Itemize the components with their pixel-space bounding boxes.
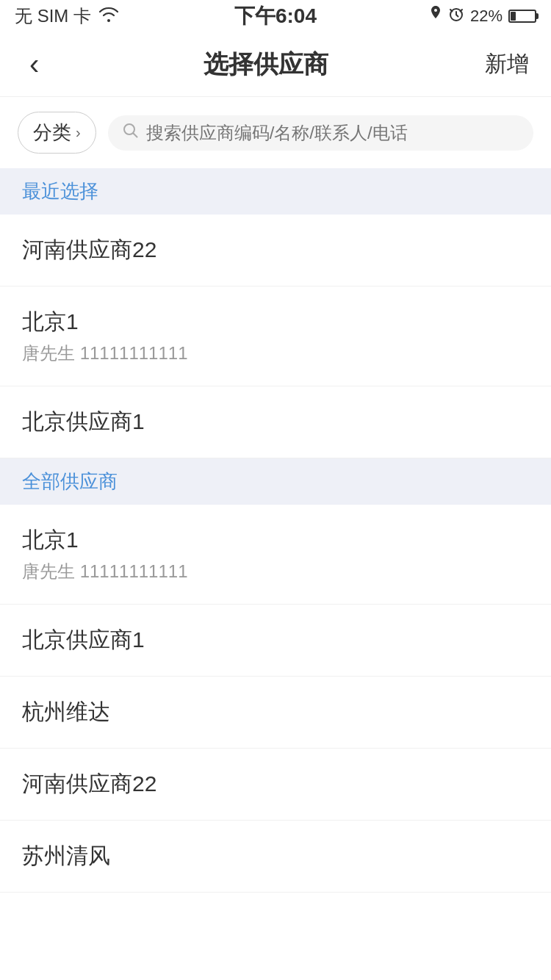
battery-icon — [508, 10, 536, 23]
back-button[interactable]: ‹ — [22, 40, 46, 88]
item-sub: 唐先生 11111111111 — [22, 342, 529, 365]
page-title: 选择供应商 — [204, 48, 328, 82]
alarm-icon — [448, 6, 464, 26]
all-items-list: 北京1唐先生 11111111111北京供应商1杭州维达河南供应商22苏州清风 — [0, 505, 551, 893]
item-name: 北京1 — [22, 307, 529, 337]
status-bar: 无 SIM 卡 下午6:04 22% — [0, 0, 551, 32]
list-item[interactable]: 北京供应商1 — [0, 386, 551, 458]
location-icon — [429, 6, 442, 26]
item-name: 河南供应商22 — [22, 235, 529, 265]
status-time: 下午6:04 — [234, 2, 317, 30]
recent-items-list: 河南供应商22北京1唐先生 11111111111北京供应商1 — [0, 215, 551, 458]
item-name: 北京供应商1 — [22, 625, 529, 655]
status-right: 22% — [429, 6, 536, 26]
list-item[interactable]: 北京1唐先生 11111111111 — [0, 287, 551, 386]
recent-section-label: 最近选择 — [22, 180, 98, 202]
all-section-header: 全部供应商 — [0, 458, 551, 505]
item-name: 苏州清风 — [22, 841, 529, 871]
all-section-label: 全部供应商 — [22, 470, 118, 492]
list-item[interactable]: 苏州清风 — [0, 821, 551, 893]
add-button[interactable]: 新增 — [485, 49, 529, 79]
search-icon — [123, 123, 139, 143]
chevron-right-icon: › — [76, 124, 81, 141]
list-item[interactable]: 北京供应商1 — [0, 605, 551, 677]
search-input[interactable] — [146, 123, 519, 143]
item-name: 北京1 — [22, 525, 529, 555]
sim-text: 无 SIM 卡 — [15, 4, 91, 28]
search-box — [108, 115, 533, 151]
battery-text: 22% — [470, 7, 503, 26]
item-name: 河南供应商22 — [22, 769, 529, 799]
nav-bar: ‹ 选择供应商 新增 — [0, 32, 551, 97]
list-item[interactable]: 杭州维达 — [0, 677, 551, 749]
category-button[interactable]: 分类 › — [18, 112, 96, 154]
list-item[interactable]: 河南供应商22 — [0, 215, 551, 287]
list-item[interactable]: 北京1唐先生 11111111111 — [0, 505, 551, 605]
wifi-icon — [98, 6, 119, 26]
recent-section-header: 最近选择 — [0, 168, 551, 215]
item-name: 北京供应商1 — [22, 407, 529, 437]
category-label: 分类 — [33, 120, 71, 145]
status-left: 无 SIM 卡 — [15, 4, 119, 28]
item-sub: 唐先生 11111111111 — [22, 560, 529, 583]
list-item[interactable]: 河南供应商22 — [0, 749, 551, 821]
item-name: 杭州维达 — [22, 697, 529, 727]
filter-bar: 分类 › — [0, 97, 551, 168]
